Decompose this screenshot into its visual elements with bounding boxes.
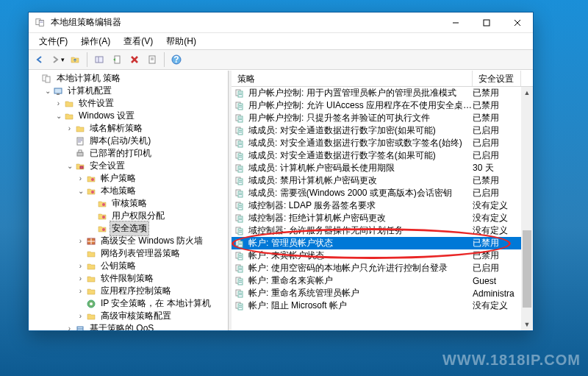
list-pane: 策略 安全设置 用户帐户控制: 用于内置管理员帐户的管理员批准模式已禁用用户帐户…: [232, 71, 533, 330]
policy-icon: [234, 226, 246, 236]
svg-rect-108: [239, 307, 242, 308]
header-policy[interactable]: 策略: [232, 71, 473, 86]
scroll-thumb[interactable]: [523, 230, 531, 308]
tree-public-key[interactable]: ›公钥策略: [32, 260, 228, 272]
script-icon: [74, 135, 86, 147]
policy-folder-icon: [96, 223, 108, 235]
scroll-up-button[interactable]: ▲: [521, 87, 533, 99]
policy-icon: [234, 163, 246, 174]
minimize-button[interactable]: [440, 13, 471, 32]
tree-app-control[interactable]: ›应用程序控制策略: [32, 285, 228, 297]
policy-row[interactable]: 域成员: 计算机帐户密码最长使用期限30 天: [232, 162, 533, 174]
svg-rect-10: [115, 56, 120, 63]
folder-icon: [85, 248, 97, 260]
tree-root[interactable]: ▶本地计算机 策略: [32, 72, 228, 85]
tree-policy-qos[interactable]: ›基于策略的 QoS: [32, 322, 228, 330]
policy-row[interactable]: 域成员: 需要强(Windows 2000 或更高版本)会话密钥已启用: [232, 187, 533, 199]
svg-rect-83: [239, 230, 242, 231]
menu-view[interactable]: 查看(V): [118, 34, 159, 49]
computer-icon: [52, 85, 64, 97]
tree-scripts[interactable]: ▶脚本(启动/关机): [32, 135, 228, 147]
policy-value: 没有定义: [473, 299, 521, 312]
policy-row[interactable]: 域成员: 对安全通道数据进行数字签名(如果可能)已启用: [232, 149, 533, 162]
policy-value: 30 天: [473, 162, 521, 174]
svg-rect-25: [80, 166, 83, 169]
svg-rect-91: [239, 255, 242, 256]
policy-value: 没有定义: [473, 212, 521, 224]
policy-value: 已启用: [473, 149, 521, 162]
svg-rect-103: [239, 293, 242, 294]
list-header: 策略 安全设置: [232, 71, 533, 87]
folder-icon: [85, 285, 97, 297]
menu-action[interactable]: 操作(A): [75, 34, 116, 49]
watermark: WWW.1818IP.COM: [442, 352, 581, 369]
policy-folder-icon: [85, 185, 97, 197]
tree-software-settings[interactable]: ›软件设置: [32, 97, 228, 110]
header-security-setting[interactable]: 安全设置: [473, 71, 521, 86]
policy-row[interactable]: 帐户: 阻止 Microsoft 帐户没有定义: [232, 299, 533, 312]
svg-rect-72: [239, 194, 242, 195]
delete-button[interactable]: [126, 52, 143, 68]
tree-user-rights[interactable]: ▶用户权限分配: [32, 210, 228, 222]
vertical-scrollbar[interactable]: ▲ ▼: [521, 87, 533, 330]
policy-row[interactable]: 帐户: 重命名系统管理员帐户Administra: [232, 287, 533, 299]
list-body[interactable]: 用户帐户控制: 用于内置管理员帐户的管理员批准模式已禁用用户帐户控制: 允许 U…: [232, 87, 533, 330]
tree-computer-config[interactable]: ⌄计算机配置: [32, 85, 228, 97]
policy-row[interactable]: 域控制器: LDAP 服务器签名要求没有定义: [232, 199, 533, 212]
tree-security-settings[interactable]: ⌄安全设置: [32, 160, 228, 172]
policy-row[interactable]: 帐户: 使用空密码的本地帐户只允许进行控制台登录已启用: [232, 262, 533, 274]
policy-row[interactable]: 域成员: 对安全通道数据进行数字加密或数字签名(始终)已启用: [232, 137, 533, 149]
help-button[interactable]: ?: [168, 52, 184, 68]
forward-button[interactable]: ▾: [49, 52, 65, 68]
policy-name: 域成员: 对安全通道数据进行数字加密(如果可能): [248, 124, 473, 137]
policy-icon: [234, 276, 246, 286]
tree-windows-settings[interactable]: ⌄Windows 设置: [32, 110, 228, 122]
close-button[interactable]: [502, 13, 533, 32]
titlebar[interactable]: 本地组策略编辑器: [29, 13, 533, 33]
svg-rect-96: [239, 269, 242, 270]
policy-row[interactable]: 用户帐户控制: 只提升签名并验证的可执行文件已禁用: [232, 112, 533, 124]
svg-rect-100: [239, 282, 242, 283]
tree-adv-firewall[interactable]: ›高级安全 Windows 防火墙: [32, 235, 228, 247]
policy-name: 用户帐户控制: 用于内置管理员帐户的管理员批准模式: [248, 87, 473, 99]
policy-row[interactable]: 用户帐户控制: 允许 UIAccess 应用程序在不使用安全桌面...已禁用: [232, 99, 533, 112]
policy-name: 域成员: 对安全通道数据进行数字签名(如果可能): [248, 149, 473, 162]
policy-row[interactable]: 域控制器: 允许服务器操作无间计划任务没有定义: [232, 224, 533, 237]
toolbar-separator: [164, 52, 165, 67]
policy-row[interactable]: 域成员: 禁用计算机帐户密码更改已禁用: [232, 174, 533, 187]
policy-name: 帐户: 重命名来宾帐户: [248, 274, 473, 287]
svg-rect-64: [239, 169, 242, 170]
policy-row[interactable]: 帐户: 管理员帐户状态已禁用: [232, 237, 533, 249]
tree-software-restrict[interactable]: ›软件限制策略: [32, 272, 228, 285]
tree-pane[interactable]: ▶本地计算机 策略 ⌄计算机配置 ›软件设置 ⌄Windows 设置 ›域名解析…: [29, 71, 229, 330]
policy-row[interactable]: 用户帐户控制: 用于内置管理员帐户的管理员批准模式已禁用: [232, 87, 533, 99]
maximize-button[interactable]: [471, 13, 502, 32]
back-button[interactable]: [32, 52, 48, 68]
tree-netlist[interactable]: ▶网络列表管理器策略: [32, 247, 228, 260]
policy-name: 帐户: 重命名系统管理员帐户: [248, 287, 473, 299]
policy-row[interactable]: 帐户: 来宾帐户状态已禁用: [232, 249, 533, 262]
policy-name: 域控制器: LDAP 服务器签名要求: [248, 199, 473, 212]
menu-help[interactable]: 帮助(H): [160, 34, 202, 49]
policy-value: 已禁用: [473, 174, 521, 187]
policy-row[interactable]: 域成员: 对安全通道数据进行数字加密(如果可能)已启用: [232, 124, 533, 137]
properties-button[interactable]: [144, 52, 160, 68]
up-button[interactable]: [67, 52, 83, 68]
policy-value: 已启用: [473, 124, 521, 137]
tree-audit-policy[interactable]: ▶审核策略: [32, 197, 228, 210]
export-button[interactable]: [109, 52, 125, 68]
menu-file[interactable]: 文件(F): [33, 34, 74, 49]
tree-security-options[interactable]: ▶安全选项: [32, 222, 228, 235]
tree-printers[interactable]: ▶已部署的打印机: [32, 147, 228, 160]
tree-name-resolution[interactable]: ›域名解析策略: [32, 122, 228, 135]
policy-icon: [234, 188, 246, 199]
scroll-down-button[interactable]: ▼: [521, 319, 533, 330]
policy-row[interactable]: 域控制器: 拒绝计算机帐户密码更改没有定义: [232, 212, 533, 224]
tree-local-policies[interactable]: ⌄本地策略: [32, 185, 228, 197]
tree-adv-audit[interactable]: ›高级审核策略配置: [32, 310, 228, 322]
policy-row[interactable]: 帐户: 重命名来宾帐户Guest: [232, 274, 533, 287]
lock-folder-icon: [74, 160, 86, 172]
show-hide-tree-button[interactable]: [91, 52, 107, 68]
tree-ipsec[interactable]: ▶IP 安全策略，在 本地计算机: [32, 297, 228, 310]
tree-account-policies[interactable]: ›帐户策略: [32, 172, 228, 185]
